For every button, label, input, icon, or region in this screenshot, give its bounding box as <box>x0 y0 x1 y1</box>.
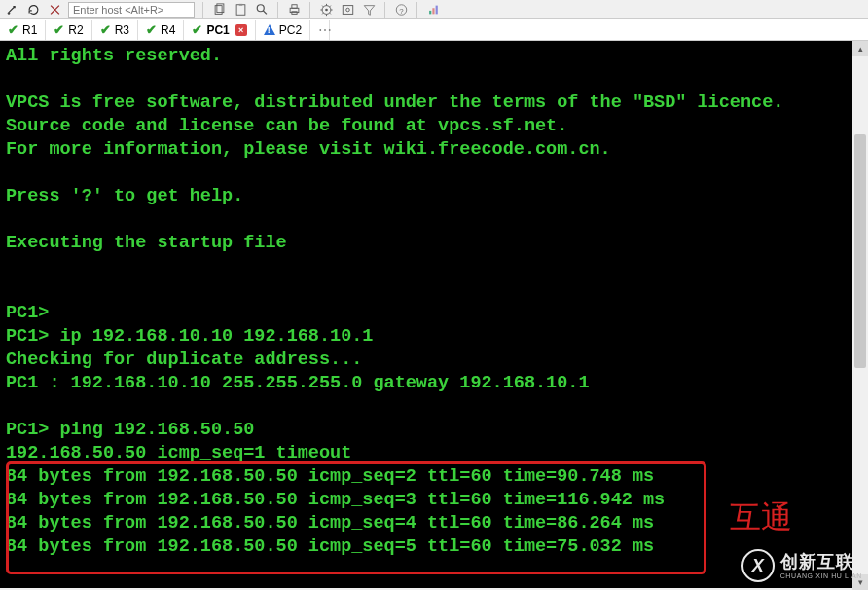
svg-text:?: ? <box>399 6 404 15</box>
session-tab-r1[interactable]: ✔R1 <box>0 20 46 40</box>
tab-label: PC1 <box>206 23 229 37</box>
checkmark-icon: ✔ <box>192 22 202 37</box>
separator <box>202 2 203 18</box>
terminal-output: All rights reserved. VPCS is free softwa… <box>0 41 868 588</box>
filter-icon[interactable] <box>361 2 377 18</box>
tab-label: PC2 <box>279 23 302 37</box>
paste-icon[interactable] <box>233 2 248 18</box>
checkmark-icon: ✔ <box>8 22 18 37</box>
svg-point-12 <box>345 8 349 12</box>
checkmark-icon: ✔ <box>146 22 157 37</box>
copy-icon[interactable] <box>211 2 227 18</box>
svg-point-10 <box>325 8 328 11</box>
connect-icon[interactable] <box>4 2 19 18</box>
svg-rect-4 <box>238 3 242 5</box>
scroll-up-button[interactable]: ▴ <box>852 41 868 56</box>
help-icon[interactable]: ? <box>393 2 409 18</box>
svg-rect-16 <box>432 8 434 14</box>
svg-rect-3 <box>236 4 245 15</box>
close-tab-icon[interactable]: × <box>235 24 247 36</box>
chart-icon[interactable] <box>425 2 441 18</box>
tab-label: R3 <box>115 23 129 37</box>
svg-rect-15 <box>429 10 431 14</box>
checkmark-icon: ✔ <box>100 22 111 37</box>
svg-rect-17 <box>435 5 437 14</box>
separator <box>384 2 385 18</box>
separator <box>416 2 417 18</box>
tab-label: R4 <box>161 23 175 37</box>
scroll-track[interactable] <box>852 56 868 574</box>
session-tab-pc2[interactable]: PC2 <box>256 20 310 40</box>
svg-rect-11 <box>343 5 353 14</box>
session-tab-r2[interactable]: ✔R2 <box>46 20 91 40</box>
options-icon[interactable] <box>318 2 334 18</box>
svg-point-0 <box>7 12 10 15</box>
session-tabs: ✔R1✔R2✔R3✔R4✔PC1×PC2⋯ <box>0 19 868 41</box>
vertical-scrollbar[interactable]: ▴ ▾ <box>852 41 868 590</box>
tab-overflow-button[interactable]: ⋯ <box>310 20 330 40</box>
tab-label: R2 <box>68 23 83 37</box>
checkmark-icon: ✔ <box>54 22 64 37</box>
session-tab-r3[interactable]: ✔R3 <box>92 20 138 40</box>
disconnect-icon[interactable] <box>47 2 62 18</box>
scroll-thumb[interactable] <box>854 134 866 368</box>
separator <box>309 2 310 18</box>
reconnect-icon[interactable] <box>25 2 41 18</box>
session-tab-pc1[interactable]: ✔PC1× <box>184 20 255 40</box>
svg-rect-7 <box>291 4 296 8</box>
session-tab-r4[interactable]: ✔R4 <box>138 20 184 40</box>
print-icon[interactable] <box>286 2 302 18</box>
separator <box>277 2 278 18</box>
scroll-down-button[interactable]: ▾ <box>852 574 868 590</box>
tab-label: R1 <box>22 23 37 37</box>
host-input[interactable] <box>68 2 195 18</box>
session-options-icon[interactable] <box>340 2 355 18</box>
find-icon[interactable] <box>254 2 270 18</box>
svg-point-5 <box>257 4 264 11</box>
warning-icon <box>264 24 275 35</box>
main-toolbar: ? <box>0 0 868 19</box>
